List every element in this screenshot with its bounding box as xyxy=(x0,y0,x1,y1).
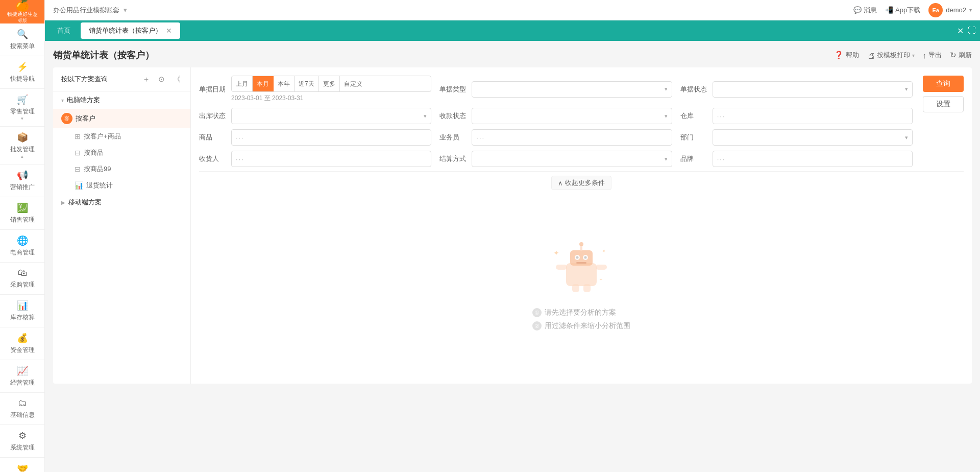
sidebar-item-sales-mgmt[interactable]: 💹 销售管理 xyxy=(0,197,45,230)
close-all-tabs-button[interactable]: ✕ xyxy=(957,26,964,36)
export-label: 导出 xyxy=(928,51,942,60)
date-tab-this-month[interactable]: 本月 xyxy=(253,76,274,92)
svg-point-5 xyxy=(584,256,587,259)
date-tab-more[interactable]: 更多 xyxy=(319,76,340,92)
warehouse-input[interactable]: ··· xyxy=(713,108,913,124)
filter-fields: 单据日期 上月 本月 本年 近7天 更多 自定义 xyxy=(199,76,913,167)
add-scheme-button[interactable]: ＋ xyxy=(140,74,152,85)
help-button[interactable]: ❓ 帮助 xyxy=(834,51,859,60)
sidebar-item-label: 经营管理 xyxy=(10,379,35,387)
sidebar-item-ecom-mgmt[interactable]: 🌐 电商管理 xyxy=(0,230,45,263)
empty-hint-2: ② 用过滤条件来缩小分析范围 xyxy=(532,321,630,331)
quick-nav-icon: ⚡ xyxy=(17,61,28,73)
sidebar-item-purchase-mgmt[interactable]: 🛍 采购管理 xyxy=(0,263,45,295)
collapse-panel-button[interactable]: 《 xyxy=(171,74,182,85)
table-icon: ⊟ xyxy=(75,149,81,157)
warehouse-dots: ··· xyxy=(717,112,726,120)
settings-button[interactable]: 设置 xyxy=(923,96,964,112)
doc-status-input[interactable]: ▾ xyxy=(713,81,913,98)
retail-mgmt-icon: 🛒 xyxy=(17,94,28,105)
tree-group-mobile[interactable]: ▶ 移动端方案 xyxy=(53,194,190,211)
industry-dropdown-arrow[interactable]: ▾ xyxy=(124,6,127,14)
warehouse-label: 仓库 xyxy=(680,111,708,121)
refresh-button[interactable]: ↻ 刷新 xyxy=(950,51,972,60)
purchase-mgmt-icon: 🛍 xyxy=(18,268,27,278)
sidebar-logo[interactable]: 🍊 畅捷通好生意标版 xyxy=(0,0,45,23)
print-template-button[interactable]: 🖨 按模板打印 ▾ xyxy=(867,51,915,60)
sidebar-item-corp-collab[interactable]: 🤝 企业协同 xyxy=(0,458,45,472)
sidebar-item-quick-nav[interactable]: ⚡ 快捷导航 xyxy=(0,56,45,89)
main-area: 办公用品行业模拟账套 ▾ 💬 消息 📲 App下载 Ea demo2 ▾ 首页 … xyxy=(45,0,980,472)
left-panel: 按以下方案查询 ＋ ⊙ 《 ▾ 电脑端方案 客 按客户 xyxy=(53,67,191,384)
hint-text-2: 用过滤条件来缩小分析范围 xyxy=(545,321,630,331)
department-input[interactable]: ▾ xyxy=(713,129,913,146)
inventory-icon: 📊 xyxy=(17,300,28,311)
brand-input[interactable]: ··· xyxy=(713,151,913,167)
fullscreen-button[interactable]: ⛶ xyxy=(968,26,976,36)
app-download-label: App下载 xyxy=(895,6,920,15)
salesperson-input[interactable]: ··· xyxy=(472,129,672,146)
sidebar-item-retail-mgmt[interactable]: 🛒 零售管理 ▾ xyxy=(0,89,45,127)
sidebar-item-label: 资金管理 xyxy=(10,346,35,355)
basic-info-icon: 🗂 xyxy=(18,398,27,409)
print-label: 按模板打印 xyxy=(877,51,910,60)
sidebar-item-marketing[interactable]: 📢 营销推广 xyxy=(0,164,45,197)
collapse-row: ∧ 收起更多条件 xyxy=(199,171,964,194)
export-button[interactable]: ↑ 导出 xyxy=(923,51,942,60)
tree-item-by-goods[interactable]: ⊟ 按商品 xyxy=(53,145,190,161)
doc-status-label: 单据状态 xyxy=(680,85,708,94)
payment-method-input[interactable]: ▾ xyxy=(472,151,672,167)
sidebar-item-inventory[interactable]: 📊 库存核算 xyxy=(0,295,45,327)
right-panel: 单据日期 上月 本月 本年 近7天 更多 自定义 xyxy=(191,67,972,384)
brand-dots: ··· xyxy=(717,155,726,163)
recipient-input[interactable]: ··· xyxy=(231,151,431,167)
empty-state: ✦ ✦ ✦ ① 请先选择要分析的方案 ② xyxy=(199,194,964,375)
goods-input[interactable]: ··· xyxy=(231,129,431,146)
tree-item-label: 退货统计 xyxy=(86,181,113,190)
date-tab-last-7[interactable]: 近7天 xyxy=(295,76,319,92)
svg-rect-9 xyxy=(556,265,567,270)
tab-close-icon[interactable]: ✕ xyxy=(166,27,172,35)
goods-dots: ··· xyxy=(236,134,244,141)
receipt-status-label: 收款状态 xyxy=(439,111,468,121)
hint-num-2: ② xyxy=(532,321,542,331)
svg-rect-10 xyxy=(596,265,607,270)
sales-stat-tab-label: 销货单统计表（按客户） xyxy=(89,26,162,35)
logo-icon: 🍊 xyxy=(15,0,29,11)
collapse-filters-button[interactable]: ∧ 收起更多条件 xyxy=(551,176,611,190)
sidebar-item-ops-mgmt[interactable]: 📈 经营管理 xyxy=(0,360,45,393)
tab-home[interactable]: 首页 xyxy=(49,22,79,39)
filter-row-4: 收货人 ··· 结算方式 xyxy=(199,151,913,167)
tree-item-by-customer-goods[interactable]: ⊞ 按客户+商品 xyxy=(53,128,190,145)
query-button[interactable]: 查询 xyxy=(923,76,964,92)
date-tab-custom[interactable]: 自定义 xyxy=(340,76,366,92)
filter-date: 单据日期 上月 本月 本年 近7天 更多 自定义 xyxy=(199,76,431,103)
sidebar-item-sys-mgmt[interactable]: ⚙ 系统管理 xyxy=(0,425,45,458)
sidebar-item-label: 库存核算 xyxy=(10,313,35,322)
user-profile-button[interactable]: Ea demo2 ▾ xyxy=(928,3,972,17)
tab-sales-stat[interactable]: 销货单统计表（按客户） ✕ xyxy=(81,22,180,39)
doc-type-input[interactable]: ▾ xyxy=(472,81,672,98)
tree-item-return-stat[interactable]: 📊 退货统计 xyxy=(53,177,190,194)
tree-item-by-goods-99[interactable]: ⊟ 按商品99 xyxy=(53,161,190,177)
date-tab-last-month[interactable]: 上月 xyxy=(232,76,253,92)
svg-text:✦: ✦ xyxy=(602,248,606,254)
payment-method-label: 结算方式 xyxy=(439,154,468,163)
industry-label: 办公用品行业模拟账套 xyxy=(53,6,119,15)
settings-scheme-button[interactable]: ⊙ xyxy=(156,74,167,85)
out-status-input[interactable]: ▾ xyxy=(231,108,431,124)
tree-group-desktop[interactable]: ▾ 电脑端方案 xyxy=(53,91,190,109)
doc-status-arrow: ▾ xyxy=(905,86,908,92)
app-download-button[interactable]: 📲 App下载 xyxy=(885,6,920,15)
date-tab-this-year[interactable]: 本年 xyxy=(274,76,295,92)
receipt-status-input[interactable]: ▾ xyxy=(472,108,672,124)
tree-item-by-customer[interactable]: 客 按客户 xyxy=(53,109,190,128)
sales-mgmt-icon: 💹 xyxy=(17,202,28,214)
message-button[interactable]: 💬 消息 xyxy=(853,6,877,15)
sidebar-item-finance[interactable]: 💰 资金管理 xyxy=(0,327,45,360)
filter-department: 部门 ▾ xyxy=(680,129,913,146)
corp-collab-icon: 🤝 xyxy=(17,463,28,472)
sidebar-item-search-menu[interactable]: 🔍 搜索菜单 xyxy=(0,23,45,56)
sidebar-item-basic-info[interactable]: 🗂 基础信息 xyxy=(0,393,45,425)
sidebar-item-wholesale-mgmt[interactable]: 📦 批发管理 ▴ xyxy=(0,127,45,164)
